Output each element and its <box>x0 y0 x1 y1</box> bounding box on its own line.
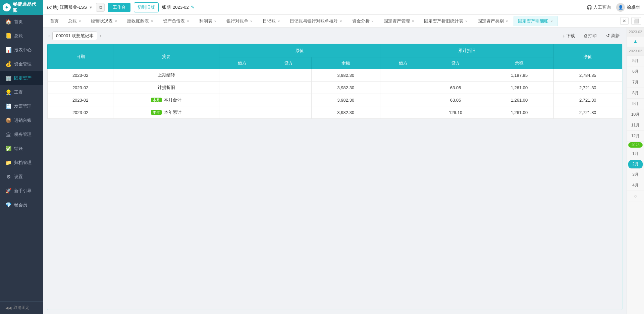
print-button[interactable]: ⎙ 打印 <box>582 32 600 40</box>
date-panel-month-6[interactable]: 6月 <box>627 66 644 77</box>
tab-bank[interactable]: 银行对账单 × <box>222 16 257 26</box>
workbench-button[interactable]: 工作台 <box>108 3 130 12</box>
sidebar-item-home[interactable]: 🏠 首页 <box>0 15 43 29</box>
copy-button[interactable]: ⧉ <box>96 3 105 12</box>
fixed-asset-detail-table: 日期 摘要 原值 累计折旧 净值 借方 贷方 余额 借方 贷方 余额 <box>47 44 622 119</box>
main-area: (劝勉) 江西服业-LSS ▼ ⧉ 工作台 切到旧版 账期 2023-02 ✎ … <box>43 0 644 314</box>
row4-orig-balance: 3,982.30 <box>312 106 380 119</box>
tab-fixed-category[interactable]: 固定资产类别 × <box>473 16 513 26</box>
close-all-button[interactable]: ✕ <box>620 17 629 25</box>
row1-desc: 上期结转 <box>113 69 219 82</box>
tab-business-close[interactable]: × <box>114 19 117 23</box>
maximize-button[interactable]: ⬜ <box>631 17 641 25</box>
download-button[interactable]: ↓ 下载 <box>560 32 578 40</box>
scroll-up-button[interactable]: ▲ <box>627 37 644 47</box>
avatar: 👤 <box>616 3 625 12</box>
sidebar-item-settle[interactable]: ✅ 结账 <box>0 142 43 156</box>
tab-reconcile-close[interactable]: × <box>339 19 342 23</box>
tab-ledger[interactable]: 总账 × <box>64 16 86 26</box>
date-panel-month-9[interactable]: 9月 <box>627 99 644 109</box>
col-orig-debit: 借方 <box>219 57 265 69</box>
tab-profit[interactable]: 利润表 × <box>195 16 221 26</box>
tab-fixed-detail[interactable]: 固定资产明细账 × <box>514 16 557 26</box>
breadcrumb-item: 000001 联想笔记本 <box>52 32 97 40</box>
col-net-value: 净值 <box>553 44 622 69</box>
tab-bank-close[interactable]: × <box>250 19 253 23</box>
period-edit-icon[interactable]: ✎ <box>191 5 195 10</box>
settings-icon: ⚙ <box>5 174 11 180</box>
date-panel-month-7[interactable]: 7月 <box>627 77 644 88</box>
sidebar-item-vip[interactable]: 💎 畅会员 <box>0 198 43 212</box>
tab-capital-analysis[interactable]: 资金分析 × <box>348 16 379 26</box>
row4-desc: 本年 本年累计 <box>113 106 219 119</box>
date-panel-month-10[interactable]: 10月 <box>627 109 644 120</box>
sidebar-item-salary[interactable]: 👷 工资 <box>0 85 43 99</box>
date-panel-month-3[interactable]: 3月 <box>627 169 644 180</box>
sidebar-footer-unpin[interactable]: ◀◀ 取消固定 <box>0 301 43 314</box>
tab-fixed-category-close[interactable]: × <box>505 19 508 23</box>
date-panel-month-8[interactable]: 8月 <box>627 88 644 99</box>
tab-fixed-stats[interactable]: 固定资产折旧统计表 × <box>420 16 472 26</box>
tab-balance-close[interactable]: × <box>186 19 190 23</box>
row3-acc-balance: 1,261.00 <box>485 94 553 106</box>
tab-profit-close[interactable]: × <box>214 19 217 23</box>
sidebar-item-tax[interactable]: 🏛 税务管理 <box>0 127 43 142</box>
service-button[interactable]: 🎧 人工客询 <box>587 4 611 10</box>
tab-fixed-mgmt[interactable]: 固定资产管理 × <box>379 16 419 26</box>
tab-home[interactable]: 首页 <box>46 16 63 26</box>
salary-icon: 👷 <box>5 89 11 95</box>
tab-fixed-mgmt-close[interactable]: × <box>411 19 415 23</box>
date-panel-month-5[interactable]: 5月 <box>627 56 644 66</box>
tab-balance-label: 资产负债表 <box>163 18 185 24</box>
company-selector[interactable]: (劝勉) 江西服业-LSS ▼ <box>47 4 93 10</box>
date-panel-month-2[interactable]: 2月 <box>628 160 643 169</box>
sidebar-item-ledger[interactable]: 📒 总账 <box>0 29 43 43</box>
unpin-icon: ◀◀ <box>5 306 11 310</box>
tab-receivable-label: 应收账龄表 <box>127 18 149 24</box>
settle-icon: ✅ <box>5 146 11 152</box>
tab-reconcile[interactable]: 日记账与银行对账单核对 × <box>285 16 347 26</box>
tabbar-actions: ✕ ⬜ <box>620 17 641 25</box>
sidebar-item-purchase[interactable]: 📦 进销台账 <box>0 113 43 127</box>
row4-desc-text: 本年累计 <box>164 110 181 115</box>
sidebar-item-guide[interactable]: 🚀 新手引导 <box>0 184 43 198</box>
next-arrow[interactable]: › <box>99 33 103 39</box>
refresh-button[interactable]: ↺ 刷新 <box>603 32 623 40</box>
row3-orig-debit <box>219 94 265 106</box>
report-icon: 📊 <box>5 47 11 53</box>
prev-arrow[interactable]: ‹ <box>47 33 51 39</box>
date-panel-month-12[interactable]: 12月 <box>627 131 644 142</box>
service-icon: 🎧 <box>587 5 592 10</box>
tab-fixed-stats-close[interactable]: × <box>465 19 468 23</box>
sidebar-item-report[interactable]: 📊 报表中心 <box>0 43 43 57</box>
date-panel-2023-02-top: 2023.02 <box>627 47 644 56</box>
tab-business[interactable]: 经营状况表 × <box>87 16 122 26</box>
row3-acc-debit <box>380 94 426 106</box>
sidebar-item-fixed[interactable]: 🏢 固定资产 <box>0 71 43 85</box>
tab-balance[interactable]: 资产负债表 × <box>159 16 194 26</box>
col-orig-credit: 贷方 <box>265 57 312 69</box>
row3-acc-credit: 63.05 <box>426 94 485 106</box>
period-value: 2023-02 <box>173 5 189 10</box>
date-panel-month-4[interactable]: 4月 <box>627 180 644 191</box>
company-name: (劝勉) 江西服业-LSS <box>47 4 87 10</box>
tab-fixed-detail-close[interactable]: × <box>550 19 553 23</box>
tab-fixed-mgmt-label: 固定资产管理 <box>384 18 410 24</box>
tab-capital-analysis-close[interactable]: × <box>371 19 374 23</box>
tab-journal-close[interactable]: × <box>277 19 280 23</box>
tab-journal[interactable]: 日记账 × <box>258 16 285 26</box>
date-panel-month-1[interactable]: 1月 <box>627 149 644 159</box>
tab-receivable[interactable]: 应收账龄表 × <box>123 16 158 26</box>
sidebar-item-archive[interactable]: 📁 归档管理 <box>0 156 43 170</box>
date-side-panel: 2023.02 ▲ 2023.02 5月 6月 7月 8月 9月 10月 11月… <box>627 28 644 314</box>
row4-date: 2023-02 <box>48 106 113 119</box>
old-version-button[interactable]: 切到旧版 <box>134 2 159 12</box>
date-panel-month-11[interactable]: 11月 <box>627 120 644 131</box>
tab-receivable-close[interactable]: × <box>150 19 154 23</box>
user-menu[interactable]: 👤 徐淼华 <box>616 3 640 12</box>
sidebar-item-capital[interactable]: 💰 资金管理 <box>0 57 43 71</box>
sidebar-item-invoice[interactable]: 🧾 发票管理 <box>0 99 43 113</box>
row3-desc-text: 本月合计 <box>164 97 181 102</box>
tab-ledger-close[interactable]: × <box>78 19 82 23</box>
sidebar-item-settings[interactable]: ⚙ 设置 <box>0 170 43 184</box>
